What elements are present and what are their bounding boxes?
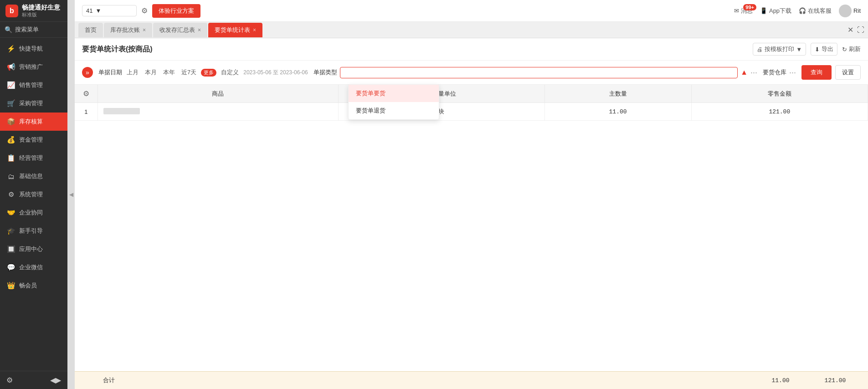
tab-inventory-batch[interactable]: 库存批次账 × bbox=[104, 23, 152, 37]
date-filter-group: 单据日期 上月 本月 本年 近7天 更多 自定义 2023-05-06 至 20… bbox=[98, 67, 308, 77]
inventory-icon: 📦 bbox=[6, 117, 15, 126]
app-download-btn[interactable]: 📱 App下载 bbox=[760, 7, 791, 15]
sidebar-item-label: 快捷导航 bbox=[19, 45, 43, 53]
more-options-icon[interactable]: ··· bbox=[750, 68, 757, 77]
warehouse-more-icon[interactable]: ··· bbox=[789, 68, 796, 77]
page-title: 要货单统计表(按商品) bbox=[82, 45, 153, 54]
settings-btn[interactable]: 设置 bbox=[835, 65, 861, 80]
window-expand-icon[interactable]: ⛶ bbox=[857, 26, 864, 34]
chevron-down-icon: ▼ bbox=[95, 7, 101, 14]
tab-close-icon[interactable]: × bbox=[198, 27, 201, 33]
sidebar-item-app-center[interactable]: 🔲 应用中心 bbox=[0, 240, 67, 258]
collapse-arrow-icon: ◀ bbox=[69, 191, 73, 198]
page-content: 要货单统计表(按商品) 🖨 按模板打印 ▼ ⬇ 导出 ↻ 刷新 bbox=[75, 38, 868, 389]
sidebar-item-member[interactable]: 👑 畅会员 bbox=[0, 276, 67, 295]
brand-sub: 标准版 bbox=[22, 11, 60, 18]
sidebar-item-label: 采购管理 bbox=[19, 99, 43, 107]
query-btn[interactable]: 查询 bbox=[801, 65, 832, 80]
tab-home[interactable]: 首页 bbox=[78, 23, 103, 37]
refresh-btn[interactable]: ↻ 刷新 bbox=[842, 45, 861, 53]
tabbar: 首页 库存批次账 × 收发存汇总表 × 要货单统计表 × ✕ ⛶ bbox=[75, 22, 868, 38]
sidebar-item-basic[interactable]: 🗂 基础信息 bbox=[0, 167, 67, 185]
export-btn[interactable]: ⬇ 导出 bbox=[811, 43, 837, 56]
sidebar-item-sales[interactable]: 📈 销售管理 bbox=[0, 76, 67, 94]
date-label: 单据日期 bbox=[98, 68, 122, 77]
export-label: 导出 bbox=[822, 45, 833, 53]
collapse-icon[interactable]: ◀▶ bbox=[50, 376, 61, 384]
filter-expand-btn[interactable]: » bbox=[82, 67, 93, 78]
sidebar-item-system[interactable]: ⚙ 系统管理 bbox=[0, 185, 67, 204]
date-range-display: 2023-05-06 至 2023-06-06 bbox=[243, 69, 308, 77]
date-btn-week[interactable]: 近7天 bbox=[180, 67, 198, 77]
sidebar-item-finance[interactable]: 💰 资金管理 bbox=[0, 131, 67, 149]
service-icon: 🎧 bbox=[799, 7, 806, 14]
th-settings[interactable]: ⚙ bbox=[75, 85, 98, 103]
topbar-gear-icon[interactable]: ⚙ bbox=[141, 6, 148, 15]
sidebar-search-label: 搜索菜单 bbox=[15, 26, 39, 34]
dropdown-item-return[interactable]: 要货单退货 bbox=[349, 102, 439, 119]
sidebar-item-label: 应用中心 bbox=[19, 245, 43, 253]
table-area: ⚙ 商品 主计量单位 主数量 零售金额 1 块 bbox=[75, 85, 868, 371]
company-selector-value: 41 bbox=[86, 7, 92, 14]
sidebar-item-quick-nav[interactable]: ⚡ 快捷导航 bbox=[0, 40, 67, 58]
type-label: 单据类型 bbox=[313, 68, 337, 77]
table-settings-gear-icon[interactable]: ⚙ bbox=[83, 90, 89, 97]
sidebar-item-inventory[interactable]: 📦 库存核算 bbox=[0, 113, 67, 131]
sidebar-collapse-bar[interactable]: ◀ bbox=[67, 0, 75, 389]
dropdown-item-order[interactable]: 要货单要货 bbox=[349, 85, 439, 102]
data-table: ⚙ 商品 主计量单位 主数量 零售金额 1 块 bbox=[75, 85, 868, 121]
date-btn-year[interactable]: 本年 bbox=[161, 67, 177, 77]
tab-recv-summary[interactable]: 收发存汇总表 × bbox=[153, 23, 207, 37]
quick-nav-icon: ⚡ bbox=[6, 44, 15, 53]
operation-icon: 📋 bbox=[6, 154, 15, 163]
sidebar-item-label: 基础信息 bbox=[19, 172, 43, 180]
tabbar-right: ✕ ⛶ bbox=[847, 26, 864, 34]
sidebar-item-label: 企业微信 bbox=[19, 263, 43, 271]
company-selector[interactable]: 41 ▼ bbox=[82, 5, 137, 16]
member-icon: 👑 bbox=[6, 281, 15, 290]
app-download-label: App下载 bbox=[769, 7, 791, 15]
sidebar-item-purchase[interactable]: 🛒 采购管理 bbox=[0, 94, 67, 113]
tab-close-active-icon[interactable]: × bbox=[253, 27, 256, 33]
export-icon: ⬇ bbox=[815, 46, 820, 53]
print-label: 按模板打印 bbox=[765, 45, 794, 53]
sidebar-item-label: 企业协同 bbox=[19, 209, 43, 217]
sidebar-item-marketing[interactable]: 📢 营销推广 bbox=[0, 58, 67, 76]
basic-icon: 🗂 bbox=[6, 172, 15, 181]
sidebar-item-enterprise[interactable]: 🤝 企业协同 bbox=[0, 204, 67, 222]
sidebar-logo: b 畅捷通好生意 标准版 bbox=[0, 0, 67, 22]
tab-order-summary[interactable]: 要货单统计表 × bbox=[208, 23, 262, 37]
window-close-icon[interactable]: ✕ bbox=[847, 26, 853, 34]
sidebar-item-operation[interactable]: 📋 经营管理 bbox=[0, 149, 67, 167]
type-input[interactable] bbox=[340, 67, 738, 78]
chevron-up-icon[interactable]: ▲ bbox=[740, 68, 748, 77]
tab-close-icon[interactable]: × bbox=[143, 27, 146, 33]
print-dropdown-icon[interactable]: ▼ bbox=[796, 46, 802, 53]
th-product: 商品 bbox=[98, 85, 338, 103]
warehouse-label: 要货仓库 bbox=[763, 68, 786, 77]
settings-icon[interactable]: ⚙ bbox=[6, 376, 13, 384]
date-btn-prev[interactable]: 上月 bbox=[125, 67, 140, 77]
sidebar-item-guide[interactable]: 🎓 新手引导 bbox=[0, 222, 67, 240]
sidebar-search[interactable]: 🔍 搜索菜单 bbox=[0, 22, 67, 38]
print-btn[interactable]: 🖨 按模板打印 ▼ bbox=[753, 43, 806, 56]
dropdown-item-label: 要货单要货 bbox=[356, 90, 385, 97]
app-logo-text: 畅捷通好生意 标准版 bbox=[22, 3, 60, 18]
type-filter-group: 单据类型 ▲ ··· bbox=[313, 67, 757, 78]
date-more-badge[interactable]: 更多 bbox=[201, 69, 216, 77]
search-icon: 🔍 bbox=[5, 26, 12, 33]
user-profile[interactable]: Rit bbox=[839, 5, 861, 17]
sidebar-item-wechat[interactable]: 💬 企业微信 bbox=[0, 258, 67, 276]
username-label: Rit bbox=[853, 7, 861, 14]
footer-total-label: 合计 bbox=[103, 376, 708, 384]
cell-index: 1 bbox=[75, 103, 98, 121]
th-quantity: 主数量 bbox=[544, 85, 691, 103]
industry-btn[interactable]: 体验行业方案 bbox=[152, 4, 200, 18]
date-custom-btn[interactable]: 自定义 bbox=[219, 67, 241, 77]
online-service-btn[interactable]: 🎧 在线客服 bbox=[799, 7, 832, 15]
sales-icon: 📈 bbox=[6, 81, 15, 90]
phone-icon: 📱 bbox=[760, 7, 767, 14]
finance-icon: 💰 bbox=[6, 135, 15, 144]
date-btn-curr[interactable]: 本月 bbox=[143, 67, 159, 77]
messages-btn[interactable]: ✉ 消息 99+ bbox=[734, 7, 753, 15]
